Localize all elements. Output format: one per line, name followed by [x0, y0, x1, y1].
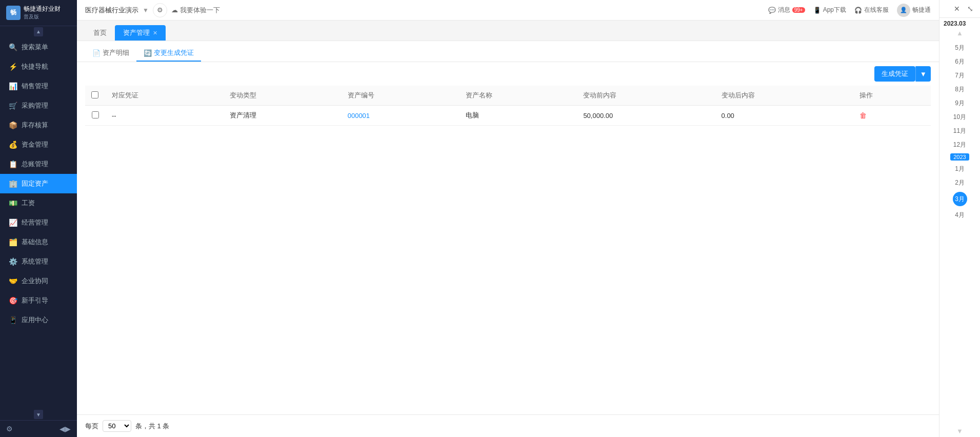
timeline-month[interactable]: 7月 — [939, 69, 980, 83]
sidebar-label-sales: 销售管理 — [22, 82, 48, 91]
sidebar-item-sales[interactable]: 📊 销售管理 — [0, 76, 77, 96]
sidebar-item-capital[interactable]: 💰 资金管理 — [0, 135, 77, 154]
timeline-month[interactable]: 10月 — [939, 110, 980, 124]
timeline-year-node[interactable]: 2023 — [950, 153, 969, 161]
timeline-header: ✕ ⤡ — [939, 0, 980, 18]
timeline-month[interactable]: 1月 — [939, 162, 980, 176]
sidebar-scroll-up[interactable]: ▲ — [34, 27, 43, 36]
sidebar-icon-payroll: 💵 — [8, 198, 17, 208]
sidebar: 畅 畅捷通好业财 普及版 ▲ 🔍 搜索菜单 ⚡ 快捷导航 📊 销售管理 🛒 采购… — [0, 0, 77, 437]
expand-panel-icon[interactable]: ⤡ — [965, 3, 976, 14]
sidebar-icon-inventory: 📦 — [8, 121, 17, 130]
row-action-0: 🗑 — [853, 106, 931, 126]
sidebar-item-basic-info[interactable]: 🗂️ 基础信息 — [0, 232, 77, 252]
collapse-icon[interactable]: ◀▶ — [59, 425, 71, 433]
sidebar-icon-purchase: 🛒 — [8, 101, 17, 110]
table-header-row: 对应凭证变动类型资产编号资产名称变动前内容变动后内容操作 — [85, 86, 931, 106]
delete-row-btn-0[interactable]: 🗑 — [859, 111, 867, 120]
sidebar-scroll-down[interactable]: ▼ — [34, 410, 43, 419]
sidebar-item-payroll[interactable]: 💵 工资 — [0, 193, 77, 213]
logo-icon: 畅 — [6, 6, 21, 20]
sidebar-label-guide: 新手引导 — [22, 296, 48, 305]
sidebar-item-ledger[interactable]: 📋 总账管理 — [0, 154, 77, 174]
col-header-checkbox — [85, 86, 106, 106]
sidebar-icon-search: 🔍 — [8, 43, 17, 52]
timeline-month[interactable]: 2月 — [939, 176, 980, 190]
sidebar-item-guide[interactable]: 🎯 新手引导 — [0, 291, 77, 310]
sidebar-item-search[interactable]: 🔍 搜索菜单 — [0, 37, 77, 57]
action-bar: 生成凭证 ▼ — [77, 62, 939, 86]
sidebar-item-inventory[interactable]: 📦 库存核算 — [0, 115, 77, 135]
company-dropdown-icon[interactable]: ▼ — [143, 7, 149, 14]
timeline-month[interactable]: 11月 — [939, 124, 980, 138]
sub-tab-bar: 📄资产明细🔄变更生成凭证 — [77, 41, 939, 62]
timeline-month[interactable]: 5月 — [939, 41, 980, 55]
main-area: 医疗器械行业演示 ▼ ⚙ ☁ 我要体验一下 💬 消息 99+ 📱 App下载 🎧… — [77, 0, 939, 437]
content-area: 📄资产明细🔄变更生成凭证 生成凭证 ▼ 对应凭证变动类型资产编号资产名称变动前内… — [77, 41, 939, 437]
sidebar-label-purchase: 采购管理 — [22, 101, 48, 110]
sidebar-logo: 畅 畅捷通好业财 普及版 — [0, 0, 77, 26]
tab-close-asset-mgmt[interactable]: ✕ — [153, 30, 157, 36]
sidebar-label-app-center: 应用中心 — [22, 315, 48, 325]
sidebar-item-quick-nav[interactable]: ⚡ 快捷导航 — [0, 57, 77, 76]
sidebar-label-enterprise: 企业协同 — [22, 276, 48, 286]
sidebar-bottom: ⚙ ◀▶ — [0, 420, 77, 437]
sidebar-icon-enterprise: 🤝 — [8, 276, 17, 286]
sidebar-item-system[interactable]: ⚙️ 系统管理 — [0, 252, 77, 271]
service-icon: 🎧 — [854, 7, 862, 14]
timeline-year-label: 2023.03 — [939, 20, 980, 27]
timeline-month[interactable]: 9月 — [939, 96, 980, 110]
row-checkbox-0[interactable] — [92, 111, 99, 118]
app-download-btn[interactable]: 📱 App下载 — [813, 6, 846, 14]
sidebar-icon-system: ⚙️ — [8, 257, 17, 266]
sidebar-label-search: 搜索菜单 — [22, 43, 48, 52]
row-asset-no-0[interactable]: 000001 — [342, 106, 459, 126]
row-before-change-0: 50,000.00 — [577, 106, 715, 126]
logo-text-group: 畅捷通好业财 普及版 — [24, 5, 61, 21]
tab-label-home: 首页 — [93, 28, 107, 37]
timeline-month[interactable]: 4月 — [939, 208, 980, 222]
row-after-change-0: 0.00 — [715, 106, 853, 126]
settings-icon[interactable]: ⚙ — [6, 425, 13, 433]
sub-tab-asset-detail[interactable]: 📄资产明细 — [85, 45, 136, 62]
sidebar-item-fixed-assets[interactable]: 🏢 固定资产 — [0, 174, 77, 193]
per-page-label: 每页 — [85, 422, 98, 431]
timeline-month[interactable]: 6月 — [939, 55, 980, 69]
sidebar-icon-ledger: 📋 — [8, 160, 17, 169]
sub-tab-change-voucher[interactable]: 🔄变更生成凭证 — [136, 45, 201, 62]
sidebar-label-payroll: 工资 — [22, 198, 35, 208]
tip-label: 我要体验一下 — [180, 6, 220, 15]
row-change-type-0: 资产清理 — [224, 106, 342, 126]
timeline-month[interactable]: 12月 — [939, 138, 980, 152]
experience-tip[interactable]: ☁ 我要体验一下 — [171, 6, 220, 15]
online-service-btn[interactable]: 🎧 在线客服 — [854, 6, 889, 14]
sidebar-item-purchase[interactable]: 🛒 采购管理 — [0, 96, 77, 115]
avatar: 👤 — [897, 4, 910, 17]
sidebar-label-inventory: 库存核算 — [22, 121, 48, 130]
tab-asset-mgmt[interactable]: 资产管理✕ — [115, 25, 166, 41]
settings-button[interactable]: ⚙ — [153, 3, 167, 17]
sub-tab-icon-change-voucher: 🔄 — [144, 49, 152, 57]
timeline-month[interactable]: 8月 — [939, 83, 980, 96]
user-menu[interactable]: 👤 畅捷通 — [897, 4, 931, 17]
tab-home[interactable]: 首页 — [85, 25, 115, 41]
timeline-scroll-down[interactable]: ▼ — [939, 425, 980, 437]
sidebar-icon-fixed-assets: 🏢 — [8, 179, 17, 188]
sidebar-icon-sales: 📊 — [8, 82, 17, 91]
timeline-active-month[interactable]: 3月 — [953, 192, 967, 206]
data-table-container: 对应凭证变动类型资产编号资产名称变动前内容变动后内容操作 -- 资产清理 000… — [77, 86, 939, 414]
generate-voucher-dropdown[interactable]: ▼ — [915, 66, 931, 82]
sidebar-item-app-center[interactable]: 📱 应用中心 — [0, 310, 77, 330]
sidebar-item-operations[interactable]: 📈 经营管理 — [0, 213, 77, 232]
per-page-select[interactable]: 102050100 — [103, 420, 131, 432]
sidebar-label-operations: 经营管理 — [22, 218, 48, 227]
close-panel-icon[interactable]: ✕ — [951, 3, 963, 14]
select-all-checkbox[interactable] — [91, 91, 98, 98]
sidebar-label-ledger: 总账管理 — [22, 160, 48, 169]
sidebar-item-enterprise[interactable]: 🤝 企业协同 — [0, 271, 77, 291]
notifications-btn[interactable]: 💬 消息 99+ — [768, 6, 805, 14]
table-row: -- 资产清理 000001 电脑 50,000.00 0.00 🗑 — [85, 106, 931, 126]
timeline-scroll-up[interactable]: ▲ — [939, 27, 980, 39]
sidebar-icon-app-center: 📱 — [8, 315, 17, 325]
generate-voucher-button[interactable]: 生成凭证 — [874, 66, 915, 82]
